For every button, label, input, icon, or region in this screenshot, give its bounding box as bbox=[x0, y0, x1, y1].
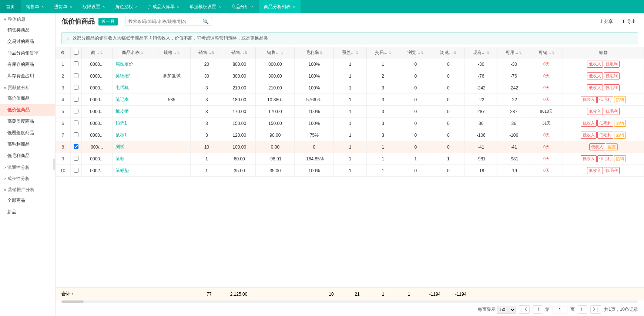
sidebar-group-growth[interactable]: > 成长性分析 bbox=[0, 173, 55, 184]
close-icon[interactable]: × bbox=[135, 4, 137, 9]
sidebar-item-low-margin[interactable]: 低毛利商品 bbox=[0, 150, 55, 162]
page-number-input[interactable] bbox=[553, 306, 567, 313]
col-sales3[interactable]: 销售...⇅ bbox=[256, 47, 295, 58]
sidebar-item-low-value[interactable]: 低价值商品 bbox=[0, 104, 55, 116]
data-table-wrapper[interactable]: ⚙ 商...⇅ 商品名称⇅ 规格...⇅ 销售...⇅ 销售...⇅ 销售...… bbox=[56, 47, 644, 287]
row-name[interactable]: 橡皮擦 bbox=[112, 106, 153, 118]
next-page-button[interactable]: 》 bbox=[578, 305, 587, 314]
col-checkbox[interactable] bbox=[70, 47, 81, 58]
col-spec[interactable]: 规格...⇅ bbox=[153, 47, 190, 58]
per-page-select[interactable]: 50 100 200 bbox=[497, 306, 516, 314]
col-margin[interactable]: 毛利率⇅ bbox=[295, 47, 334, 58]
nav-role-auth[interactable]: 角色授权 × bbox=[110, 0, 142, 13]
col-sales2[interactable]: 销售...⇅ bbox=[223, 47, 256, 58]
sidebar-collapse-btn[interactable]: 《 bbox=[53, 159, 56, 170]
close-icon[interactable]: × bbox=[103, 4, 105, 9]
col-browse1[interactable]: 浏览...⇅ bbox=[399, 47, 432, 58]
row-name[interactable]: 鼠标 bbox=[112, 153, 153, 165]
row-select-checkbox[interactable] bbox=[74, 109, 78, 113]
sidebar-item-high-value[interactable]: 高价值商品 bbox=[0, 93, 55, 104]
row-select-checkbox[interactable] bbox=[74, 97, 78, 102]
nav-purchase-order[interactable]: 进货单 × bbox=[49, 0, 77, 13]
col-avail[interactable]: 可用...⇅ bbox=[497, 47, 530, 58]
export-button[interactable]: ⬇ 导出 bbox=[620, 17, 638, 26]
sidebar-item-high-margin[interactable]: 高毛利商品 bbox=[0, 139, 55, 150]
row-name[interactable]: 电话机 bbox=[112, 82, 153, 94]
select-all-checkbox[interactable] bbox=[74, 50, 78, 55]
col-days[interactable]: 可销...⇅ bbox=[530, 47, 563, 58]
row-select-checkbox[interactable] bbox=[74, 120, 78, 125]
row-name[interactable]: 铅笔1 bbox=[112, 118, 153, 129]
sidebar-item-stock-capital[interactable]: 库存资金占用 bbox=[0, 70, 55, 82]
row-checkbox[interactable] bbox=[70, 118, 81, 129]
row-name[interactable]: 鼠标1 bbox=[112, 129, 153, 141]
row-checkbox[interactable] bbox=[70, 153, 81, 165]
row-select-checkbox[interactable] bbox=[74, 61, 78, 66]
row-name[interactable]: 测试 bbox=[112, 141, 153, 153]
row-select-checkbox[interactable] bbox=[74, 132, 78, 137]
share-button[interactable]: ⤴ 分享 bbox=[598, 17, 615, 26]
sidebar-item-sales-goods[interactable]: 销售类商品 bbox=[0, 24, 55, 36]
close-icon[interactable]: × bbox=[41, 4, 44, 9]
nav-product-in[interactable]: 产成品入库单 × bbox=[143, 0, 184, 13]
close-icon[interactable]: × bbox=[293, 4, 295, 9]
close-icon[interactable]: × bbox=[70, 4, 72, 9]
sidebar-item-high-coverage[interactable]: 高覆盖度商品 bbox=[0, 116, 55, 127]
col-name[interactable]: 商品名称⇅ bbox=[112, 47, 153, 58]
sidebar-item-new-goods[interactable]: 新品 bbox=[0, 206, 55, 218]
nav-home[interactable]: 首页 bbox=[0, 0, 21, 13]
col-stock[interactable]: 现有...⇅ bbox=[465, 47, 497, 58]
sidebar-group-overview[interactable]: ∨ 整体信息 bbox=[0, 13, 55, 24]
row-select-checkbox[interactable] bbox=[74, 168, 78, 173]
row-code: 0000... bbox=[81, 94, 112, 106]
row-checkbox[interactable] bbox=[70, 58, 81, 70]
nav-template[interactable]: 单据模板设置 × bbox=[184, 0, 226, 13]
row-checkbox[interactable] bbox=[70, 129, 81, 141]
row-select-checkbox[interactable] bbox=[74, 85, 78, 90]
first-page-button[interactable]: |《 bbox=[519, 305, 530, 314]
row-checkbox[interactable] bbox=[70, 82, 81, 94]
sidebar-item-stock-goods[interactable]: 有库存的商品 bbox=[0, 59, 55, 70]
row-select-checkbox[interactable] bbox=[74, 156, 78, 161]
col-trade[interactable]: 交易...⇅ bbox=[366, 47, 399, 58]
nav-sales-order[interactable]: 销售单 × bbox=[21, 0, 49, 13]
row-name[interactable]: 属性定价 bbox=[112, 58, 153, 70]
sidebar-item-low-coverage[interactable]: 低覆盖度商品 bbox=[0, 127, 55, 139]
last-page-button[interactable]: 》| bbox=[590, 305, 601, 314]
row-checkbox[interactable] bbox=[70, 165, 81, 177]
col-code[interactable]: 商...⇅ bbox=[81, 47, 112, 58]
product-tag: 低收入 bbox=[587, 167, 603, 174]
sidebar-item-all-goods[interactable]: 全部商品 bbox=[0, 195, 55, 206]
row-name[interactable]: 笔记本 bbox=[112, 94, 153, 106]
search-icon[interactable]: 🔍 bbox=[202, 18, 209, 24]
row-select-checkbox[interactable] bbox=[74, 73, 78, 78]
row-browse1[interactable]: 1 bbox=[399, 153, 432, 165]
search-input[interactable] bbox=[128, 19, 202, 24]
row-checkbox[interactable] bbox=[70, 106, 81, 118]
nav-product-analysis-list[interactable]: 商品分析列表 × bbox=[259, 0, 300, 13]
row-checkbox[interactable] bbox=[70, 70, 81, 82]
close-icon[interactable]: × bbox=[177, 4, 179, 9]
period-badge[interactable]: 近一月 bbox=[98, 18, 118, 26]
nav-permission[interactable]: 权限设置 × bbox=[77, 0, 110, 13]
sidebar-group-flow[interactable]: > 流通性分析 bbox=[0, 162, 55, 173]
sidebar-group-marketing[interactable]: ∨ 营销推广分析 bbox=[0, 184, 55, 195]
col-coverage[interactable]: 覆盖...⇅ bbox=[334, 47, 366, 58]
row-name[interactable]: 吴细细1 bbox=[112, 70, 153, 82]
nav-label: 角色授权 bbox=[115, 4, 133, 10]
col-settings[interactable]: ⚙ bbox=[56, 47, 70, 58]
close-icon[interactable]: × bbox=[251, 4, 254, 9]
col-browse2[interactable]: 浏览...⇅ bbox=[432, 47, 464, 58]
row-checkbox[interactable] bbox=[70, 141, 81, 153]
sidebar-group-contribution[interactable]: ∨ 贡献值分析 bbox=[0, 82, 55, 93]
sidebar-item-category-rate[interactable]: 商品分类销售率 bbox=[0, 47, 55, 59]
row-select-checkbox[interactable] bbox=[74, 144, 78, 149]
row-name[interactable]: 鼠标垫 bbox=[112, 165, 153, 177]
close-icon[interactable]: × bbox=[218, 4, 221, 9]
col-sales1[interactable]: 销售...⇅ bbox=[190, 47, 223, 58]
row-checkbox[interactable] bbox=[70, 94, 81, 106]
prev-page-button[interactable]: 《 bbox=[533, 305, 542, 314]
sidebar-item-traded-goods[interactable]: 交易过的商品 bbox=[0, 36, 55, 47]
col-tags[interactable]: 标签 bbox=[563, 47, 644, 58]
nav-product-analysis[interactable]: 商品分析 × bbox=[226, 0, 259, 13]
